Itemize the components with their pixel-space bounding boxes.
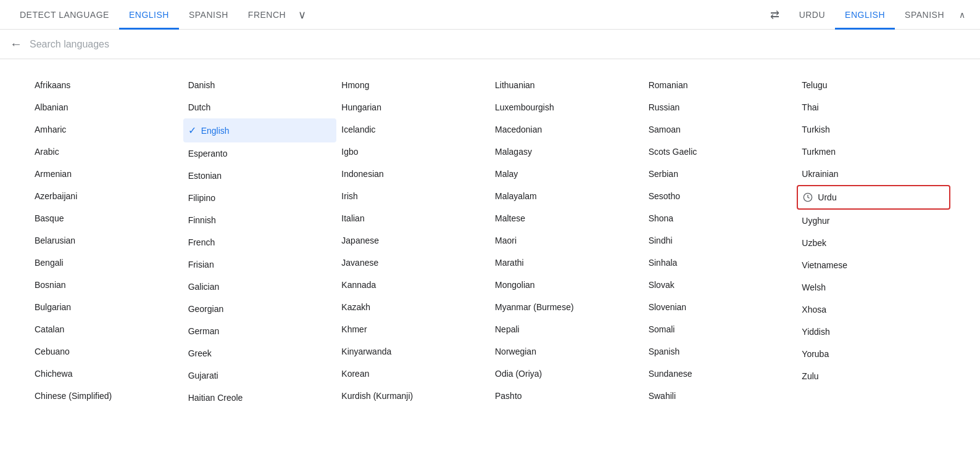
language-item[interactable]: Indonesian [336, 163, 490, 185]
search-input[interactable] [30, 39, 215, 50]
language-item[interactable]: Estonian [183, 165, 337, 187]
language-item[interactable]: Frisian [183, 253, 337, 276]
language-item[interactable]: Dutch [183, 96, 337, 118]
language-item[interactable]: Xhosa [797, 298, 950, 321]
language-item[interactable]: Lithuanian [490, 74, 644, 96]
french-source-tab[interactable]: FRENCH [238, 0, 296, 30]
back-button[interactable]: ← [10, 37, 22, 51]
language-item[interactable]: Irish [336, 185, 490, 207]
language-item[interactable]: Slovenian [644, 296, 797, 318]
language-item[interactable]: ✓English [183, 118, 337, 142]
language-item[interactable]: Kinyarwanda [336, 340, 490, 363]
language-item[interactable]: Uzbek [797, 232, 950, 254]
language-item[interactable]: Danish [183, 74, 337, 96]
language-item[interactable]: Nepali [490, 318, 644, 340]
language-item[interactable]: Serbian [644, 163, 797, 185]
language-item[interactable]: Maltese [490, 207, 644, 229]
language-item[interactable]: Cebuano [30, 340, 183, 363]
language-item[interactable]: Afrikaans [30, 74, 183, 96]
language-item[interactable]: Telugu [797, 74, 950, 96]
language-item[interactable]: Igbo [336, 141, 490, 163]
language-item[interactable]: Armenian [30, 163, 183, 185]
language-item[interactable]: Albanian [30, 96, 183, 118]
language-item[interactable]: Swahili [644, 385, 797, 407]
urdu-target-tab[interactable]: URDU [789, 0, 835, 30]
language-item[interactable]: Kurdish (Kurmanji) [336, 385, 490, 407]
language-item[interactable]: Mongolian [490, 274, 644, 296]
language-item[interactable]: Haitian Creole [183, 387, 337, 409]
language-item[interactable]: Bosnian [30, 274, 183, 296]
language-item[interactable]: Sesotho [644, 185, 797, 207]
language-item[interactable]: Luxembourgish [490, 96, 644, 118]
language-item[interactable]: Chinese (Simplified) [30, 385, 183, 407]
language-item[interactable]: Hmong [336, 74, 490, 96]
language-item[interactable]: Belarusian [30, 229, 183, 252]
language-item[interactable]: Uyghur [797, 210, 950, 232]
language-item[interactable]: Sindhi [644, 229, 797, 252]
language-item[interactable]: Bulgarian [30, 296, 183, 318]
language-item[interactable]: Turkmen [797, 141, 950, 163]
language-item[interactable]: Yoruba [797, 343, 950, 365]
language-item[interactable]: German [183, 320, 337, 342]
language-item[interactable]: Myanmar (Burmese) [490, 296, 644, 318]
english-target-tab[interactable]: ENGLISH [835, 0, 895, 30]
language-item[interactable]: Spanish [644, 340, 797, 363]
language-item[interactable]: Hungarian [336, 96, 490, 118]
language-item[interactable]: Shona [644, 207, 797, 229]
language-item[interactable]: Macedonian [490, 118, 644, 141]
language-item[interactable]: Maori [490, 229, 644, 252]
language-item[interactable]: Samoan [644, 118, 797, 141]
language-item[interactable]: Esperanto [183, 142, 337, 165]
language-item[interactable]: Basque [30, 207, 183, 229]
language-item[interactable]: Somali [644, 318, 797, 340]
english-source-tab[interactable]: ENGLISH [119, 0, 179, 30]
language-item[interactable]: Vietnamese [797, 254, 950, 276]
language-item[interactable]: Japanese [336, 229, 490, 252]
language-item[interactable]: Kannada [336, 274, 490, 296]
language-item[interactable]: Greek [183, 342, 337, 364]
language-item[interactable]: French [183, 231, 337, 253]
spanish-source-tab[interactable]: SPANISH [179, 0, 238, 30]
language-item[interactable]: Arabic [30, 141, 183, 163]
language-item[interactable]: Urdu [797, 185, 950, 210]
collapse-target-languages-button[interactable]: ∧ [954, 10, 970, 20]
language-item[interactable]: Filipino [183, 187, 337, 209]
language-item[interactable]: Malay [490, 163, 644, 185]
language-item[interactable]: Bengali [30, 252, 183, 274]
detect-language-tab[interactable]: DETECT LANGUAGE [10, 0, 119, 30]
language-item[interactable]: Khmer [336, 318, 490, 340]
language-item[interactable]: Amharic [30, 118, 183, 141]
language-item[interactable]: Kazakh [336, 296, 490, 318]
language-item[interactable]: Korean [336, 363, 490, 385]
language-item[interactable]: Gujarati [183, 364, 337, 387]
language-item[interactable]: Malayalam [490, 185, 644, 207]
language-item[interactable]: Marathi [490, 252, 644, 274]
spanish-target-tab[interactable]: SPANISH [895, 0, 954, 30]
language-item[interactable]: Yiddish [797, 321, 950, 343]
language-item[interactable]: Georgian [183, 298, 337, 320]
language-item[interactable]: Odia (Oriya) [490, 363, 644, 385]
language-item[interactable]: Thai [797, 96, 950, 118]
language-item[interactable]: Finnish [183, 209, 337, 231]
language-item[interactable]: Javanese [336, 252, 490, 274]
language-item[interactable]: Scots Gaelic [644, 141, 797, 163]
language-item[interactable]: Sundanese [644, 363, 797, 385]
language-item[interactable]: Pashto [490, 385, 644, 407]
language-item[interactable]: Zulu [797, 365, 950, 387]
language-item[interactable]: Welsh [797, 276, 950, 298]
language-item[interactable]: Malagasy [490, 141, 644, 163]
more-source-languages-button[interactable]: ∨ [296, 8, 309, 22]
language-item[interactable]: Italian [336, 207, 490, 229]
language-item[interactable]: Galician [183, 276, 337, 298]
swap-languages-button[interactable]: ⇄ [760, 8, 789, 22]
language-item[interactable]: Icelandic [336, 118, 490, 141]
language-item[interactable]: Catalan [30, 318, 183, 340]
language-item[interactable]: Azerbaijani [30, 185, 183, 207]
language-item[interactable]: Ukrainian [797, 163, 950, 185]
language-item[interactable]: Sinhala [644, 252, 797, 274]
language-item[interactable]: Norwegian [490, 340, 644, 363]
language-item[interactable]: Chichewa [30, 363, 183, 385]
language-item[interactable]: Slovak [644, 274, 797, 296]
language-item[interactable]: Romanian [644, 74, 797, 96]
language-item[interactable]: Turkish [797, 118, 950, 141]
